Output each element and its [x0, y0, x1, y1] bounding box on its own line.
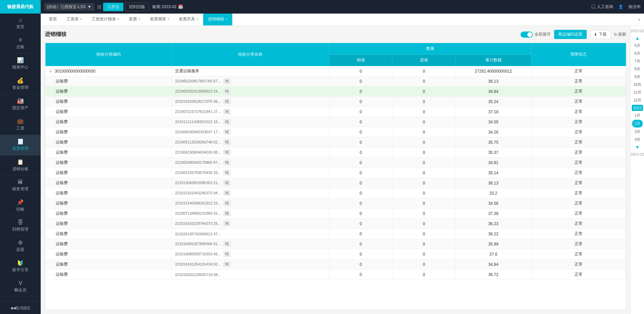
month-7[interactable]: 7月: [631, 57, 644, 65]
table-row: 正常: [531, 97, 626, 107]
table-row: 221009150313965922 24... 吨: [172, 86, 329, 97]
scroll-down-button[interactable]: ▼: [634, 143, 641, 151]
table-row: 0: [329, 188, 392, 198]
table-row: 34.55: [455, 117, 531, 127]
workbench-button[interactable]: 工作台: [103, 3, 123, 11]
table-row: 221013101943240375 94... 吨: [172, 188, 329, 198]
favorite-icon[interactable]: ♡: [635, 307, 640, 312]
month-9[interactable]: 9月: [631, 73, 644, 81]
sidebar-item-st-label: 设置: [16, 247, 24, 253]
table-row: 221011111435921522 10... 吨: [172, 117, 329, 127]
sidebar-item-archive[interactable]: 🗄 归档管理: [0, 216, 41, 236]
month-8[interactable]: 8月: [631, 65, 644, 73]
sidebar-item-payroll[interactable]: 💼 工资: [0, 115, 41, 135]
table-row: 0: [392, 209, 455, 219]
switch-version-button[interactable]: 切到旧版: [125, 3, 149, 11]
sidebar-item-fixed-assets[interactable]: 🏭 固定资产: [0, 94, 41, 115]
close-all-tabs-button[interactable]: ×: [638, 17, 641, 22]
table-row: 0: [329, 148, 392, 158]
sidebar-item-closing[interactable]: 📌 结账: [0, 196, 41, 216]
calendar-icon[interactable]: 📅: [178, 4, 183, 9]
month-1[interactable]: 1月: [631, 112, 644, 119]
sidebar-item-tax-mgmt[interactable]: 🏛 税务管理: [0, 176, 41, 196]
page-actions: 全部展开 商品编码设置 ⬇ 下载 ↻ 刷新: [521, 30, 626, 39]
sidebar-item-general-ledger[interactable]: ≡ 总账: [0, 34, 41, 54]
archive-icon: 🗄: [18, 219, 23, 225]
tab-invoice-close[interactable]: ×: [138, 17, 140, 21]
month-12[interactable]: 12月: [631, 96, 644, 104]
toggle-switch[interactable]: [521, 32, 533, 38]
unpin-button[interactable]: ◀◀ 取消固定: [0, 302, 41, 314]
table-row: 34.26: [455, 127, 531, 137]
support-button[interactable]: 🎧 人工咨询: [591, 4, 613, 10]
sidebar-item-new-guide[interactable]: 🔰 新手引导: [0, 256, 41, 277]
table-row: 正常: [531, 259, 626, 270]
closing-icon: 📌: [17, 199, 24, 205]
topbar: (勿动）江西报宝-LSS ▼ ⊞ 工作台 切到旧版 账期 2023-02 📅 🎧…: [41, 0, 644, 14]
period-value: 2023-02: [162, 4, 177, 9]
month-10[interactable]: 10月: [631, 81, 644, 89]
tab-payroll-table[interactable]: 工资表 ×: [62, 14, 87, 25]
tab-invoice-label: 发票: [129, 16, 137, 22]
sidebar-item-vip[interactable]: V 畅会员: [0, 277, 41, 297]
sidebar-item-report-center[interactable]: 📊 报表中心: [0, 54, 41, 74]
invoice-icon: 🧾: [17, 138, 24, 145]
settings-button[interactable]: 商品编码设置: [554, 30, 587, 39]
table-row: 221014085935710353 66... 吨: [172, 249, 329, 259]
sidebar-item-fund-mgmt[interactable]: 💰 资金管理: [0, 74, 41, 94]
tab-invoice-calc[interactable]: 发票测算 ×: [145, 14, 174, 25]
month-5[interactable]: 5月: [631, 42, 644, 50]
tab-payroll-stats[interactable]: 工资统计报表 ×: [87, 14, 124, 25]
month-4[interactable]: 4月: [631, 136, 644, 143]
tabs-bar: 首页 工资表 × 工资统计报表 × 发票 × 发票测算 × 发票开具 × 进销稽…: [41, 14, 644, 26]
tab-invoice[interactable]: 发票 ×: [124, 14, 145, 25]
company-selector[interactable]: (勿动）江西报宝-LSS ▼: [44, 3, 94, 11]
table-row: 运输费: [45, 209, 172, 219]
year-2023[interactable]: 2023: [632, 105, 643, 111]
month-3[interactable]: 3月: [631, 128, 644, 136]
sidebar-item-invoice-mgmt[interactable]: 🧾 发票管理: [0, 135, 41, 155]
table-row: 0: [392, 107, 455, 117]
table-row: 0: [329, 137, 392, 148]
sidebar-item-sales-ledger[interactable]: 📋 进销台账: [0, 155, 41, 176]
tab-reconcile-close[interactable]: ×: [226, 17, 228, 21]
table-row: 0: [329, 168, 392, 178]
month-11[interactable]: 11月: [631, 89, 644, 96]
toggle-label: 全部展开: [534, 32, 551, 37]
table-row: 36.72: [455, 270, 531, 280]
table-row: 0: [392, 239, 455, 249]
table-row: 运输费: [45, 239, 172, 249]
sidebar-item-home[interactable]: ⌂ 首页: [0, 14, 41, 34]
download-button[interactable]: ⬇ 下载: [590, 30, 610, 39]
period-display: 账期 2023-02 📅: [152, 4, 183, 10]
table-row: 正常: [531, 249, 626, 259]
tab-home[interactable]: 首页: [44, 14, 62, 25]
scroll-up-button[interactable]: ▲: [634, 34, 641, 42]
sidebar-item-vip-label: 畅会员: [14, 287, 26, 293]
page-title: 进销稽核: [45, 31, 66, 38]
year-label-top: 2023.02: [630, 27, 644, 34]
tab-reconcile-label: 进销稽核: [208, 16, 224, 22]
sidebar-item-settings[interactable]: ⚙ 设置: [0, 236, 41, 256]
expand-toggle[interactable]: 全部展开: [521, 32, 551, 38]
table-row: 221007134905231969 31... 吨: [172, 209, 329, 219]
table-row: 正常: [531, 117, 626, 127]
month-2[interactable]: 2月: [632, 120, 643, 127]
table-row: 0: [392, 178, 455, 188]
app-logo: 畅捷通易代账: [0, 0, 41, 14]
table-row: 运输费: [45, 97, 172, 107]
table-row: 正常: [531, 107, 626, 117]
tab-payroll-close[interactable]: ×: [80, 17, 82, 21]
table-row: 35.37: [455, 148, 531, 158]
expand-icon[interactable]: ▼: [49, 70, 52, 73]
tab-stats-close[interactable]: ×: [117, 17, 119, 21]
tab-calc-close[interactable]: ×: [168, 17, 170, 21]
month-6[interactable]: 6月: [631, 50, 644, 57]
refresh-button[interactable]: ↻ 刷新: [614, 32, 626, 37]
tab-invoice-issue[interactable]: 发票开具 ×: [174, 14, 203, 25]
table-row: 运输费: [45, 198, 172, 209]
table-row: 37.38: [455, 209, 531, 219]
tab-issue-close[interactable]: ×: [196, 17, 198, 21]
table-row: 221018202126925719 58...: [172, 270, 329, 280]
tab-sales-reconcile[interactable]: 进销稽核 ×: [203, 14, 232, 25]
